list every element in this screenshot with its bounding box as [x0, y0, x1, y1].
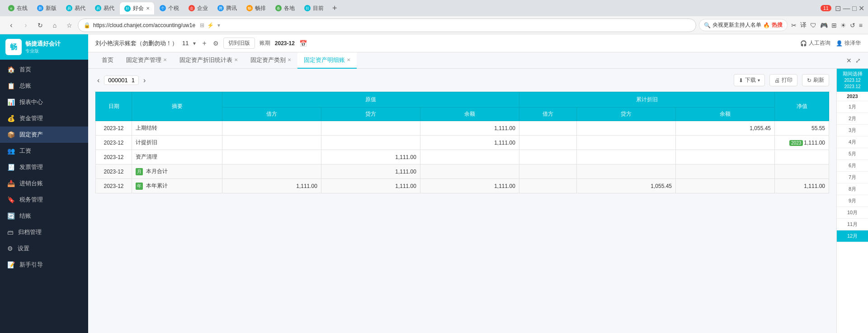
period-month-8[interactable]: 8月	[837, 183, 868, 195]
period-month-11[interactable]: 11月	[837, 219, 868, 230]
next-page-btn[interactable]: ›	[142, 75, 147, 85]
sidebar-item-inventory[interactable]: 📥 进销台账	[0, 175, 88, 192]
period-month-12[interactable]: 12月	[837, 230, 868, 242]
browser-tab-t7[interactable]: 企 企业	[184, 2, 212, 14]
gamepad-icon[interactable]: 🎮	[820, 22, 828, 29]
version-btn[interactable]: 切到旧版	[223, 38, 255, 49]
url-bar[interactable]: 🔒 https://cloud.chanjet.com/accounting/u…	[78, 19, 696, 32]
sidebar-item-payroll[interactable]: 👥 工资	[0, 143, 88, 159]
tab-fixed-dep-stat[interactable]: 固定资产折旧统计表 ✕	[173, 52, 244, 69]
refresh-btn[interactable]: ↻ 刷新	[802, 74, 829, 86]
content-toolbar: ‹ 000001 1 › ⬇ 下载 ▾	[95, 74, 829, 86]
sidebar-item-invoice[interactable]: 🧾 发票管理	[0, 159, 88, 175]
browser-tab-t4[interactable]: 易 易代	[90, 2, 119, 14]
browser-tab-t10[interactable]: 各 各地	[271, 2, 299, 14]
sidebar-item-fixed[interactable]: 📦 固定资产	[0, 127, 88, 143]
period-month-4[interactable]: 4月	[837, 136, 868, 148]
tab-fixed-mgmt-close[interactable]: ✕	[163, 57, 167, 62]
dropdown-icon[interactable]: ▾	[217, 22, 220, 28]
calendar-icon[interactable]: 📅	[299, 40, 307, 47]
period-panel: 期间选择 2023.12 2023.12 2023 1月 2月 3月 4月 5月…	[836, 69, 868, 333]
sidebar-item-home[interactable]: 🏠 首页	[0, 61, 88, 78]
row4-orig-credit: 1,111.00	[321, 164, 420, 179]
browser-tab-t5[interactable]: 好 好会 ✕	[119, 2, 155, 14]
nav-forward[interactable]: ›	[20, 19, 32, 31]
tab-label-t10: 各地	[284, 5, 295, 12]
tab-fixed-mgmt[interactable]: 固定资产管理 ✕	[120, 52, 173, 69]
browser-tab-t6[interactable]: 个 个税	[155, 2, 184, 14]
grid-icon[interactable]: ⊞	[831, 22, 837, 29]
help-label: 人工咨询	[809, 39, 830, 47]
search-box[interactable]: 🔍 央视更新主持人名单 🔥 热搜	[699, 19, 788, 31]
address-bar: ‹ › ↻ ⌂ ☆ 🔒 https://cloud.chanjet.com/ac…	[0, 16, 868, 34]
period-month-9[interactable]: 9月	[837, 195, 868, 207]
tab-home[interactable]: 首页	[95, 52, 120, 69]
tab-fixed-cat[interactable]: 固定资产类别 ✕	[244, 52, 297, 69]
row5-orig-credit: 1,111.00	[321, 179, 420, 193]
browser-tab-t1[interactable]: e 在线	[4, 2, 32, 14]
sidebar-item-tax[interactable]: 🔖 税务管理	[0, 192, 88, 208]
tab-fixed-detail[interactable]: 固定资产明细账 ✕	[297, 52, 357, 69]
fixed-icon: 📦	[7, 131, 15, 138]
browser-tab-t3[interactable]: 易 易代	[61, 2, 90, 14]
pagination-nav: ‹ 000001 1 ›	[95, 75, 147, 85]
period-header-date2: 2023.12	[838, 84, 867, 90]
prev-page-btn[interactable]: ‹	[95, 75, 101, 85]
sidebar-label-archive: 归档管理	[18, 228, 42, 236]
sidebar-item-settings[interactable]: ⚙ 设置	[0, 240, 88, 257]
period-month-7[interactable]: 7月	[837, 172, 868, 183]
settings-small-btn[interactable]: ⚙	[213, 40, 219, 47]
help-btn[interactable]: 🎧 人工咨询	[800, 39, 830, 47]
translate-icon[interactable]: 译	[800, 21, 807, 29]
sidebar-item-guide[interactable]: 📝 新手引导	[0, 257, 88, 273]
sidebar-item-ledger[interactable]: 📋 总账	[0, 78, 88, 94]
browser-tab-t9[interactable]: 畅 畅排	[242, 2, 270, 14]
history-icon[interactable]: ↺	[850, 22, 855, 29]
scissors-icon[interactable]: ✂	[791, 22, 797, 29]
tax-icon: 🔖	[7, 196, 15, 203]
nav-back[interactable]: ‹	[5, 19, 17, 31]
shield-icon[interactable]: 🛡	[810, 22, 816, 29]
period-month-10[interactable]: 10月	[837, 207, 868, 219]
period-month-5[interactable]: 5月	[837, 148, 868, 160]
period-month-1[interactable]: 1月	[837, 101, 868, 113]
tab-fixed-detail-close[interactable]: ✕	[347, 57, 350, 62]
sidebar-item-archive[interactable]: 🗃 归档管理	[0, 224, 88, 240]
tab-controls: ⊡ — □ ✕	[835, 4, 864, 13]
menu-icon[interactable]: ≡	[859, 22, 863, 29]
sidebar-item-closing[interactable]: 🔄 结账	[0, 208, 88, 224]
panel-close-btn[interactable]: ✕ ⤢	[846, 57, 861, 64]
period-month-6[interactable]: 6月	[837, 160, 868, 172]
minimize-panel-icon[interactable]: ✕	[846, 57, 852, 64]
add-account-btn[interactable]: +	[200, 39, 208, 47]
print-btn[interactable]: 🖨 打印	[769, 74, 797, 86]
browser-tab-t11[interactable]: 目 目前	[300, 2, 328, 14]
app-container: 畅 畅捷通好会计 专业版 🏠 首页 📋 总账 📊 报表中心 💰 资金管理	[0, 34, 868, 333]
main-content: 刘小艳演示账套（勿删勿动！） 11 ▾ + ⚙ 切到旧版 账期 2023-12 …	[88, 34, 868, 333]
browser-tab-t2[interactable]: 新 新版	[33, 2, 61, 14]
nav-refresh[interactable]: ↻	[34, 19, 46, 31]
sun-icon[interactable]: ☀	[840, 22, 846, 29]
row5-net-value: 1,111.00	[775, 179, 829, 193]
user-btn[interactable]: 👤 徐泽华	[836, 39, 861, 47]
address-bar-right: 🔍 央视更新主持人名单 🔥 热搜 ✂ 译 🛡 🎮 ⊞ ☀ ↺ ≡	[699, 19, 863, 31]
download-btn[interactable]: ⬇ 下载 ▾	[734, 74, 765, 86]
sidebar-item-reports[interactable]: 📊 报表中心	[0, 94, 88, 110]
nav-favorite[interactable]: ☆	[63, 19, 75, 31]
at-badge: 11	[821, 5, 831, 11]
new-tab-button[interactable]: +	[329, 3, 341, 13]
nav-home[interactable]: ⌂	[49, 19, 61, 31]
sidebar-item-funds[interactable]: 💰 资金管理	[0, 110, 88, 127]
tab-fixed-dep-stat-close[interactable]: ✕	[234, 57, 238, 62]
period-month-3[interactable]: 3月	[837, 125, 868, 136]
tab-favicon-t1: e	[8, 5, 14, 11]
refresh-label: 刷新	[813, 76, 824, 84]
period-month-2[interactable]: 2月	[837, 113, 868, 125]
tab-fixed-cat-close[interactable]: ✕	[288, 57, 291, 62]
dropdown-arrow[interactable]: ▾	[193, 40, 196, 47]
row5-summary: 年 本年累计	[132, 179, 222, 193]
browser-tab-t8[interactable]: 腾 腾讯	[213, 2, 241, 14]
maximize-panel-icon[interactable]: ⤢	[855, 57, 861, 64]
row3-summary: 资产清理	[132, 150, 222, 164]
tab-close-t5[interactable]: ✕	[146, 6, 150, 11]
